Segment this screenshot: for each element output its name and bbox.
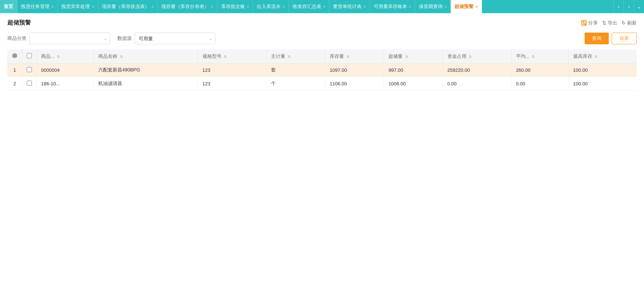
sort-unit-icon: ⇅: [288, 55, 290, 59]
row-name-2: 机油滤清器: [94, 77, 198, 90]
refresh-button[interactable]: ↻ 刷新: [622, 20, 637, 26]
close-tab-7-icon[interactable]: ×: [323, 4, 325, 9]
row-code-2: 186-10...: [37, 77, 94, 90]
close-tab-1-icon[interactable]: ×: [51, 4, 54, 9]
close-tab-9-icon[interactable]: ×: [409, 4, 411, 9]
col-overstock[interactable]: 超储量 ⇅: [384, 49, 443, 63]
col-max-stock[interactable]: 最高库存 ⇅: [568, 49, 637, 63]
nav-tab-4[interactable]: 现存量（库存分布表） ×: [158, 0, 217, 13]
main-content: 超储预警 🔁 分享 ⇅ 导出 ↻ 刷新 商品分类 ⌄: [0, 13, 644, 293]
settings-gear-icon: [12, 53, 18, 59]
export-icon: ⇅: [602, 20, 606, 26]
row-num-1: 1: [7, 63, 22, 77]
datasource-filter-group: 数据源 可用量 库存量 ⌄: [117, 33, 215, 44]
nav-arrows: ‹ › ⌄: [613, 0, 644, 13]
sort-overstock-icon: ⇅: [405, 55, 408, 59]
sort-stock-icon: ⇅: [347, 55, 350, 59]
category-label: 商品分类: [7, 35, 26, 42]
datasource-select[interactable]: 可用量 库存量: [135, 33, 215, 44]
row-avg-2: 0.00: [511, 77, 568, 90]
row-checkbox-1[interactable]: [27, 67, 32, 72]
row-stock-2: 1106.00: [325, 77, 384, 90]
settings-col-header[interactable]: [7, 49, 22, 63]
nav-next-button[interactable]: ›: [623, 0, 634, 13]
sort-max-stock-icon: ⇅: [594, 55, 597, 59]
data-table: 商品... ⇅ 商品名称 ⇅ 规格型号 ⇅ 主计量 ⇅ 库存量 ⇅: [7, 49, 637, 90]
export-button[interactable]: ⇅ 导出: [602, 20, 617, 26]
table-row: 1 0000004 六配套新昌490BPG 123 套 1097.00 997.…: [7, 63, 637, 77]
nav-home[interactable]: 首页: [0, 0, 17, 13]
col-code[interactable]: 商品... ⇅: [37, 49, 94, 63]
sort-code-icon: ⇅: [57, 55, 60, 59]
close-tab-10-icon[interactable]: ×: [444, 4, 447, 9]
nav-tab-7[interactable]: 收发存汇总表 ×: [289, 0, 329, 13]
datasource-label: 数据源: [117, 35, 132, 42]
close-tab-6-icon[interactable]: ×: [282, 4, 285, 9]
row-spec-1: 123: [198, 63, 266, 77]
col-capital[interactable]: 资金占用 ⇅: [443, 49, 511, 63]
row-avg-1: 260.00: [511, 63, 568, 77]
refresh-icon: ↻: [622, 20, 626, 26]
page-actions: 🔁 分享 ⇅ 导出 ↻ 刷新: [581, 20, 637, 26]
sort-avg-icon: ⇅: [532, 55, 535, 59]
nav-tab-9[interactable]: 可用量库存账本 ×: [370, 0, 415, 13]
nav-menu-button[interactable]: ⌄: [634, 0, 644, 13]
col-stock[interactable]: 库存量 ⇅: [325, 49, 384, 63]
row-unit-1: 套: [266, 63, 325, 77]
row-overstock-1: 997.00: [384, 63, 443, 77]
close-tab-5-icon[interactable]: ×: [247, 4, 249, 9]
category-select-wrap: ⌄: [29, 33, 110, 44]
col-name[interactable]: 商品名称 ⇅: [94, 49, 198, 63]
row-checkbox-cell-1[interactable]: [22, 63, 37, 77]
sort-name-icon: ⇅: [120, 55, 123, 59]
close-tab-8-icon[interactable]: ×: [363, 4, 366, 9]
select-all-col-header[interactable]: [22, 49, 37, 63]
close-tab-4-icon[interactable]: ×: [211, 4, 213, 9]
nav-tab-11[interactable]: 超储预警 ×: [451, 0, 482, 13]
table-row: 2 186-10... 机油滤清器 123 个 1106.00 1006.00 …: [7, 77, 637, 90]
row-num-2: 2: [7, 77, 22, 90]
nav-prev-button[interactable]: ‹: [613, 0, 623, 13]
sort-spec-icon: ⇅: [224, 55, 227, 59]
row-max-stock-1: 100.00: [568, 63, 637, 77]
col-spec[interactable]: 规格型号 ⇅: [198, 49, 266, 63]
row-overstock-2: 1006.00: [384, 77, 443, 90]
nav-tab-10[interactable]: 保质期查询 ×: [415, 0, 451, 13]
page-header: 超储预警 🔁 分享 ⇅ 导出 ↻ 刷新: [7, 19, 637, 27]
row-name-1: 六配套新昌490BPG: [94, 63, 198, 77]
nav-tab-8[interactable]: 要货单统计表 ×: [329, 0, 370, 13]
row-code-1: 0000004: [37, 63, 94, 77]
datasource-select-wrap: 可用量 库存量 ⌄: [135, 33, 215, 44]
close-tab-11-icon[interactable]: ×: [475, 4, 477, 9]
share-button[interactable]: 🔁 分享: [581, 20, 598, 26]
settings-button[interactable]: 设置: [612, 33, 637, 44]
nav-tab-6[interactable]: 出入库流水 ×: [253, 0, 289, 13]
filter-row: 商品分类 ⌄ 数据源 可用量 库存量 ⌄ 查询 设置: [7, 33, 637, 44]
nav-tab-1[interactable]: 拣货任务管理 ×: [17, 0, 58, 13]
top-navigation: 首页 拣货任务管理 × 拣货异常处理 × 现存量（库存状况表） × 现存量（库存…: [0, 0, 644, 13]
nav-tab-2[interactable]: 拣货异常处理 ×: [58, 0, 98, 13]
row-checkbox-2[interactable]: [27, 81, 32, 86]
row-capital-1: 259220.00: [443, 63, 511, 77]
row-capital-2: 0.00: [443, 77, 511, 90]
row-checkbox-cell-2[interactable]: [22, 77, 37, 90]
col-unit[interactable]: 主计量 ⇅: [266, 49, 325, 63]
select-all-checkbox[interactable]: [27, 53, 32, 58]
query-button[interactable]: 查询: [585, 33, 609, 44]
sort-capital-icon: ⇅: [469, 55, 472, 59]
col-avg[interactable]: 平均... ⇅: [511, 49, 568, 63]
close-tab-3-icon[interactable]: ×: [151, 4, 154, 9]
close-tab-2-icon[interactable]: ×: [92, 4, 94, 9]
row-spec-2: 123: [198, 77, 266, 90]
category-select[interactable]: [29, 33, 110, 44]
page-title: 超储预警: [7, 19, 31, 27]
table-header-row: 商品... ⇅ 商品名称 ⇅ 规格型号 ⇅ 主计量 ⇅ 库存量 ⇅: [7, 49, 637, 63]
row-max-stock-2: 100.00: [568, 77, 637, 90]
nav-tab-5[interactable]: 库存批次账 ×: [217, 0, 253, 13]
filter-actions: 查询 设置: [585, 33, 637, 44]
row-unit-2: 个: [266, 77, 325, 90]
share-icon: 🔁: [581, 20, 587, 26]
nav-tab-3[interactable]: 现存量（库存状况表） ×: [98, 0, 158, 13]
row-stock-1: 1097.00: [325, 63, 384, 77]
category-filter-group: 商品分类 ⌄: [7, 33, 110, 44]
